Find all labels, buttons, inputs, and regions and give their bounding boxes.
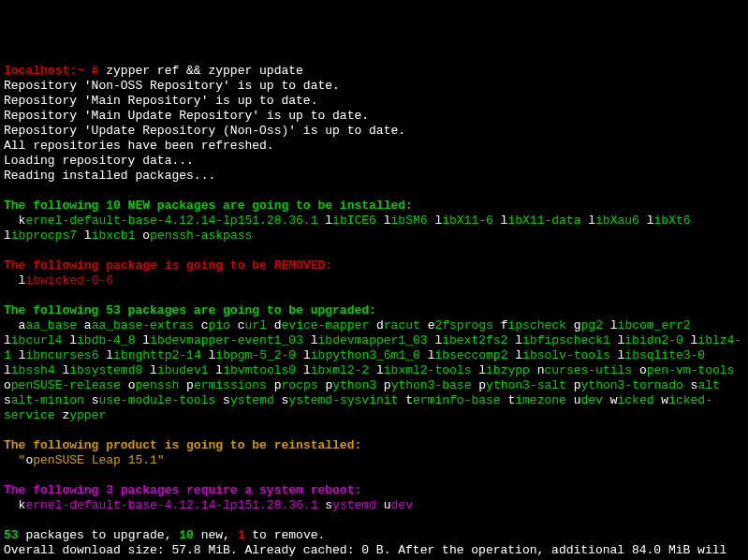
new-packages-header: The following 10 NEW packages are going … xyxy=(4,199,413,213)
product-header: The following product is going to be rei… xyxy=(4,438,361,452)
reboot-packages-header: The following 3 packages require a syste… xyxy=(4,483,361,497)
shell-prompt: localhost:~ # xyxy=(4,64,98,78)
new-package-list: kernel-default-base-4.12.14-lp151.28.36.… xyxy=(4,214,697,243)
upgrade-packages-header: The following 53 packages are going to b… xyxy=(4,303,376,317)
upgrade-package-list: aaa_base aaa_base-extras cpio curl devic… xyxy=(4,318,741,422)
reboot-package-list: kernel-default-base-4.12.14-lp151.28.36.… xyxy=(4,498,413,512)
shell-command: zypper ref && zypper update xyxy=(98,64,302,78)
remove-packages-header: The following package is going to be REM… xyxy=(4,258,332,273)
terminal-output: localhost:~ # zypper ref && zypper updat… xyxy=(4,64,744,560)
remove-package-list: libwicked-0-6 xyxy=(4,273,113,287)
